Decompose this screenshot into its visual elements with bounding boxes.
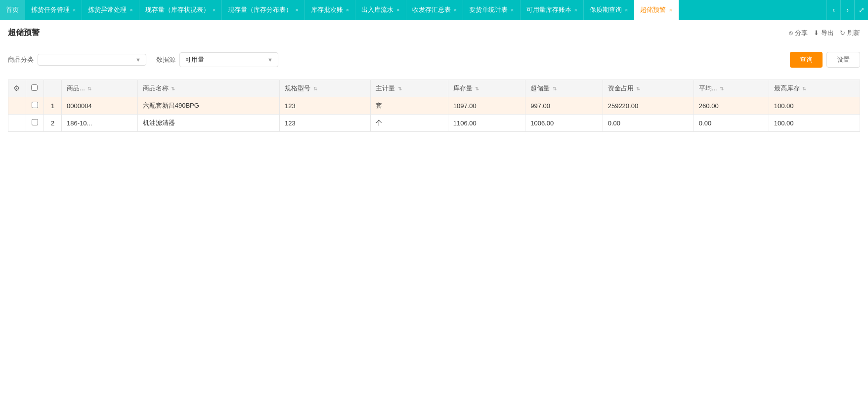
- row-checkbox[interactable]: [32, 119, 38, 125]
- td-max-stock: 100.00: [769, 97, 860, 115]
- th-overstock[interactable]: 超储量 ⇅: [525, 80, 603, 97]
- th-capital[interactable]: 资金占用 ⇅: [603, 80, 694, 97]
- nav-item-order-stat[interactable]: 要货单统计表 ×: [463, 0, 520, 20]
- td-unit: 个: [371, 115, 448, 132]
- nav-item-stock-dist[interactable]: 现存量（库存分布表） ×: [222, 0, 304, 20]
- filter-bar: 商品分类 ▼ 数据源 可用量 ▼ 查询 设置: [8, 46, 860, 74]
- nav-item-pick-task[interactable]: 拣货任务管理 ×: [25, 0, 82, 20]
- nav-bar: 首页 拣货任务管理 × 拣货异常处理 × 现存量（库存状况表） × 现存量（库存…: [0, 0, 868, 20]
- td-settings: [8, 115, 26, 132]
- gear-icon[interactable]: ⚙: [13, 84, 20, 92]
- td-overstock: 997.00: [525, 97, 603, 115]
- td-overstock: 1006.00: [525, 115, 603, 132]
- datasource-value: 可用量: [185, 55, 204, 64]
- th-settings[interactable]: ⚙: [8, 80, 26, 97]
- td-settings: [8, 97, 26, 115]
- th-spec-label: 规格型号: [285, 84, 310, 92]
- nav-item-available[interactable]: 可用量库存账本 ×: [521, 0, 584, 20]
- td-product-name: 六配套新昌490BPG: [137, 97, 279, 115]
- td-avg: 0.00: [694, 115, 769, 132]
- sort-icon: ⇅: [313, 86, 317, 91]
- share-button[interactable]: ⎋ 分享: [789, 29, 808, 38]
- table-header-row: ⚙ 商品... ⇅ 商品名称 ⇅ 规格型号 ⇅: [8, 80, 860, 97]
- row-checkbox[interactable]: [32, 102, 38, 108]
- nav-item-stock-status[interactable]: 现存量（库存状况表） ×: [139, 0, 222, 20]
- datasource-label: 数据源: [156, 55, 175, 64]
- nav-item-summary[interactable]: 收发存汇总表 ×: [406, 0, 463, 20]
- td-product-code: 0000004: [62, 97, 138, 115]
- th-max-stock[interactable]: 最高库存 ⇅: [769, 80, 860, 97]
- datasource-select[interactable]: 可用量 ▼: [179, 52, 278, 67]
- query-button[interactable]: 查询: [790, 52, 823, 68]
- sort-icon: ⇅: [171, 86, 175, 91]
- category-label: 商品分类: [8, 55, 34, 64]
- chevron-down-icon: ▼: [267, 57, 273, 63]
- close-icon[interactable]: ×: [130, 7, 132, 13]
- filter-actions: 查询 设置: [790, 52, 860, 68]
- datasource-filter-group: 数据源 可用量 ▼: [156, 52, 278, 67]
- data-table: ⚙ 商品... ⇅ 商品名称 ⇅ 规格型号 ⇅: [8, 79, 860, 132]
- th-stock-label: 库存量: [453, 84, 473, 92]
- th-checkbox: [26, 80, 44, 97]
- td-num: 2: [44, 115, 62, 132]
- close-icon[interactable]: ×: [625, 7, 628, 13]
- td-product-code: 186-10...: [62, 115, 138, 132]
- close-icon[interactable]: ×: [295, 7, 298, 13]
- table-row: 1 0000004 六配套新昌490BPG 123 套 1097.00 997.…: [8, 97, 860, 115]
- td-unit: 套: [371, 97, 448, 115]
- th-spec[interactable]: 规格型号 ⇅: [280, 80, 371, 97]
- page-header: 超储预警 ⎋ 分享 ⬇ 导出 ↻ 刷新: [8, 28, 860, 38]
- nav-arrows: ‹ › ⤢: [826, 0, 868, 20]
- th-unit[interactable]: 主计量 ⇅: [371, 80, 448, 97]
- th-stock[interactable]: 库存量 ⇅: [448, 80, 525, 97]
- export-icon: ⬇: [814, 29, 819, 37]
- category-select[interactable]: ▼: [38, 54, 146, 66]
- export-button[interactable]: ⬇ 导出: [814, 29, 834, 38]
- nav-item-quality[interactable]: 保质期查询 ×: [584, 0, 634, 20]
- chevron-down-icon: ▼: [135, 57, 141, 63]
- close-icon[interactable]: ×: [73, 7, 76, 13]
- close-icon[interactable]: ×: [574, 7, 577, 13]
- th-product-name[interactable]: 商品名称 ⇅: [137, 80, 279, 97]
- nav-next-button[interactable]: ›: [840, 0, 854, 20]
- td-capital: 0.00: [603, 115, 694, 132]
- close-icon[interactable]: ×: [669, 7, 672, 13]
- category-filter-group: 商品分类 ▼: [8, 54, 146, 66]
- td-checkbox: [26, 97, 44, 115]
- settings-button[interactable]: 设置: [826, 52, 860, 68]
- th-unit-label: 主计量: [376, 84, 395, 92]
- close-icon[interactable]: ×: [396, 7, 399, 13]
- th-product-name-label: 商品名称: [143, 84, 169, 92]
- th-product-code-label: 商品...: [67, 84, 85, 92]
- sort-icon: ⇅: [475, 86, 479, 91]
- th-avg[interactable]: 平均... ⇅: [694, 80, 769, 97]
- nav-item-home[interactable]: 首页: [0, 0, 25, 20]
- close-icon[interactable]: ×: [213, 7, 216, 13]
- nav-item-overstock[interactable]: 超储预警 ×: [634, 0, 678, 20]
- close-icon[interactable]: ×: [511, 7, 514, 13]
- close-icon[interactable]: ×: [454, 7, 457, 13]
- close-icon[interactable]: ×: [346, 7, 349, 13]
- td-num: 1: [44, 97, 62, 115]
- th-capital-label: 资金占用: [608, 84, 634, 92]
- td-product-name: 机油滤清器: [137, 115, 279, 132]
- nav-item-pick-exception[interactable]: 拣货异常处理 ×: [82, 0, 139, 20]
- share-icon: ⎋: [789, 29, 793, 37]
- select-all-checkbox[interactable]: [31, 84, 38, 91]
- td-checkbox: [26, 115, 44, 132]
- th-overstock-label: 超储量: [530, 84, 550, 92]
- td-max-stock: 100.00: [769, 115, 860, 132]
- td-avg: 260.00: [694, 97, 769, 115]
- nav-expand-button[interactable]: ⤢: [854, 0, 868, 20]
- sort-icon: ⇅: [720, 86, 724, 91]
- td-spec: 123: [280, 115, 371, 132]
- td-stock: 1106.00: [448, 115, 525, 132]
- nav-prev-button[interactable]: ‹: [826, 0, 840, 20]
- sort-icon: ⇅: [398, 86, 402, 91]
- nav-item-inout-flow[interactable]: 出入库流水 ×: [355, 0, 406, 20]
- th-product-code[interactable]: 商品... ⇅: [62, 80, 138, 97]
- nav-item-batch[interactable]: 库存批次账 ×: [305, 0, 355, 20]
- refresh-button[interactable]: ↻ 刷新: [840, 29, 860, 38]
- td-stock: 1097.00: [448, 97, 525, 115]
- refresh-icon: ↻: [840, 29, 845, 37]
